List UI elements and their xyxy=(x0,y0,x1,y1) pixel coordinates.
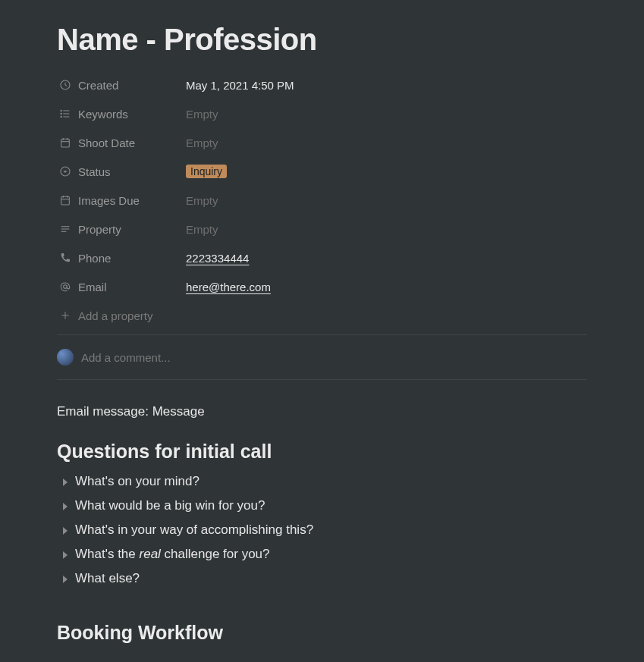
toggle-text: What would be a big win for you? xyxy=(75,498,265,513)
property-label-phone[interactable]: Phone xyxy=(57,248,186,268)
properties-table: Created May 1, 2021 4:50 PM Keywords Emp… xyxy=(57,71,587,331)
calendar-icon xyxy=(57,134,74,151)
toggle-item[interactable]: What's the real challenge for you? xyxy=(57,543,587,567)
property-label-property[interactable]: Property xyxy=(57,219,186,239)
svg-point-4 xyxy=(61,110,61,111)
property-label-created[interactable]: Created xyxy=(57,75,186,95)
property-row-phone: Phone 2223334444 xyxy=(57,243,587,272)
chevron-right-icon[interactable] xyxy=(57,474,74,491)
at-icon xyxy=(57,278,74,295)
add-property-button[interactable]: Add a property xyxy=(57,301,587,331)
property-value-created[interactable]: May 1, 2021 4:50 PM xyxy=(183,77,587,93)
text-icon xyxy=(57,221,74,237)
toggle-text: What's on your mind? xyxy=(75,474,199,489)
property-value-phone[interactable]: 2223334444 xyxy=(183,250,587,266)
property-label-text: Property xyxy=(78,223,121,236)
add-comment-input[interactable]: Add a comment... xyxy=(57,338,587,376)
toggle-item[interactable]: What's on your mind? xyxy=(57,470,587,494)
property-label-text: Email xyxy=(78,281,107,293)
questions-heading[interactable]: Questions for initial call xyxy=(57,441,587,463)
chevron-right-icon[interactable] xyxy=(57,571,74,588)
property-value-keywords[interactable]: Empty xyxy=(183,106,587,122)
phone-icon xyxy=(57,249,74,266)
property-row-email: Email here@there.com xyxy=(57,272,587,301)
toggle-text: What's in your way of accomplishing this… xyxy=(75,522,313,538)
toggle-item[interactable]: What would be a big win for you? xyxy=(57,494,587,519)
property-label-images-due[interactable]: Images Due xyxy=(57,190,186,210)
property-row-property: Property Empty xyxy=(57,215,587,243)
svg-rect-7 xyxy=(61,139,70,147)
property-row-images-due: Images Due Empty xyxy=(57,186,587,215)
property-row-created: Created May 1, 2021 4:50 PM xyxy=(57,71,587,99)
property-label-shoot-date[interactable]: Shoot Date xyxy=(57,133,186,152)
property-label-text: Created xyxy=(78,79,118,92)
select-icon xyxy=(57,163,74,180)
chevron-right-icon[interactable] xyxy=(57,522,74,539)
comment-placeholder: Add a comment... xyxy=(81,351,171,364)
divider xyxy=(57,334,587,335)
property-label-status[interactable]: Status xyxy=(57,162,186,181)
property-label-text: Keywords xyxy=(78,108,128,121)
page-title[interactable]: Name - Profession xyxy=(57,23,587,57)
svg-rect-12 xyxy=(61,196,70,205)
property-label-email[interactable]: Email xyxy=(57,277,186,296)
svg-point-19 xyxy=(64,285,68,289)
property-row-shoot-date: Shoot Date Empty xyxy=(57,128,587,157)
property-label-keywords[interactable]: Keywords xyxy=(57,104,186,124)
property-value-status[interactable]: Inquiry xyxy=(183,163,587,180)
property-row-keywords: Keywords Empty xyxy=(57,99,587,128)
property-value-property[interactable]: Empty xyxy=(183,221,587,237)
plus-icon xyxy=(57,307,74,324)
divider xyxy=(57,379,587,380)
property-row-status: Status Inquiry xyxy=(57,157,587,186)
property-label-text: Shoot Date xyxy=(78,136,135,149)
svg-point-5 xyxy=(61,113,61,114)
svg-point-6 xyxy=(61,116,61,117)
add-property-label: Add a property xyxy=(78,309,152,322)
toggle-text: What's the real challenge for you? xyxy=(75,547,270,562)
workflow-heading[interactable]: Booking Workflow xyxy=(57,622,587,644)
list-icon xyxy=(57,105,74,122)
property-value-email[interactable]: here@there.com xyxy=(183,279,587,295)
toggle-item[interactable]: What's in your way of accomplishing this… xyxy=(57,519,587,543)
status-tag: Inquiry xyxy=(186,165,227,178)
property-value-images-due[interactable]: Empty xyxy=(183,193,587,209)
toggle-item[interactable]: What else? xyxy=(57,567,587,591)
property-value-shoot-date[interactable]: Empty xyxy=(183,135,587,151)
questions-list: What's on your mind? What would be a big… xyxy=(57,470,587,591)
avatar xyxy=(57,349,74,366)
clock-icon xyxy=(57,77,74,93)
property-label-text: Status xyxy=(78,165,111,178)
chevron-right-icon[interactable] xyxy=(57,498,74,515)
chevron-right-icon[interactable] xyxy=(57,547,74,563)
property-label-text: Images Due xyxy=(78,194,140,207)
calendar-icon xyxy=(57,192,74,209)
email-message-text[interactable]: Email message: Message xyxy=(57,404,587,419)
toggle-text: What else? xyxy=(75,571,140,586)
property-label-text: Phone xyxy=(78,252,111,265)
